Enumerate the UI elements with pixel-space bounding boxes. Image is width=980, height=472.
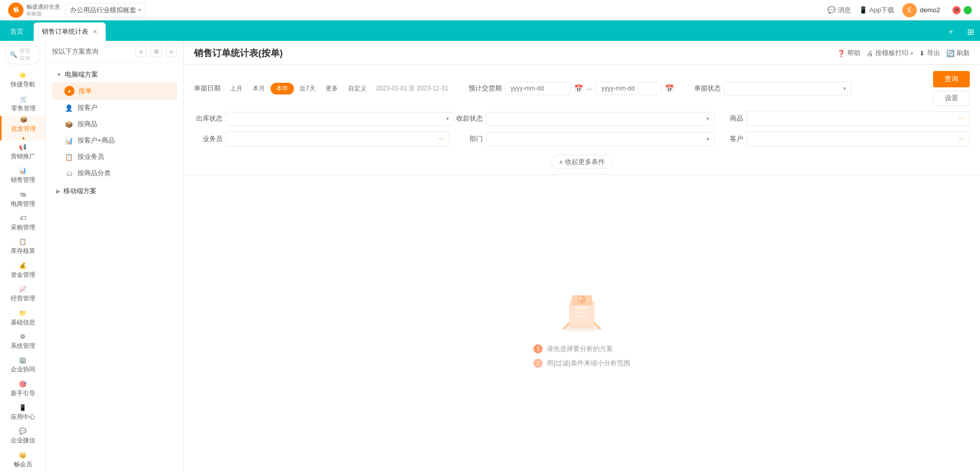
message-btn[interactable]: 💬 消息 [827,6,851,15]
goods-scheme-icon: 📦 [64,120,74,129]
collapse-filter-btn[interactable]: ∧ 收起更多条件 [551,155,612,169]
customer-label: 客户 [715,134,743,144]
sidebar-item-ecommerce[interactable]: 🛍 电商管理 [0,188,45,211]
cg-scheme-icon: 📊 [64,136,74,145]
mobile-group-header[interactable]: ▶ 移动端方案 [52,183,177,199]
date-shortcuts: 上月 本月 本年 近7天 更多 自定义 [226,83,371,95]
expected-date-label: 预计交货期 [469,84,502,93]
app-download-btn[interactable]: 📱 App下载 [859,6,894,15]
date-label: 单据日期 [194,84,220,93]
print-btn[interactable]: 🖨 按模板打印 ▾ [867,49,913,58]
add-scheme-btn[interactable]: + [135,46,146,57]
sidebar: 🔍 搜索菜单 ⭐ 快捷导航 🛒 零售管理 📦 批发管理 ▲ 📢 营销推广 📊 销… [0,41,46,472]
query-btn[interactable]: 查询 [933,71,970,87]
date-to-input[interactable] [596,82,662,95]
sidebar-item-inventory[interactable]: 📋 库存核算 [0,235,45,258]
date-custom[interactable]: 自定义 [344,83,371,95]
collapse-panel-btn[interactable]: « [166,46,177,57]
left-panel-title: 按以下方案查询 [52,47,99,56]
payment-status-label: 收款状态 [454,114,483,123]
department-select[interactable] [486,132,715,146]
settings-scheme-btn[interactable]: ⚙ [151,46,162,57]
svg-rect-5 [575,306,589,309]
tab-home[interactable]: 首页 [0,22,34,41]
logo-area: 畅 畅捷通好生意 标账版 [8,3,60,18]
system-icon: ⚙ [20,333,26,340]
sidebar-item-newbie[interactable]: 🎯 新手引导 [0,377,45,401]
date-last-7[interactable]: 近7天 [295,83,320,95]
left-panel: 按以下方案查询 + ⚙ « ▼ 电脑端方案 ● 按单 [46,41,184,472]
scheme-item-by-category[interactable]: 🗂 按商品分类 [52,165,177,181]
marketing-icon: 📢 [19,144,27,151]
settings-filter-btn[interactable]: 设置 [933,90,970,106]
date-this-year[interactable]: 本年 [271,83,294,95]
shipment-status-select[interactable] [226,112,454,126]
bill-status-label: 单据状态 [694,84,721,93]
goods-filter-input[interactable]: ··· [746,111,970,126]
svg-rect-7 [577,316,586,317]
scheme-item-by-customer-goods[interactable]: 📊 按客户+商品 [52,132,177,149]
maximize-window-btn[interactable] [964,6,972,14]
date-cal-to-icon[interactable]: 📅 [665,84,674,92]
scheme-item-by-salesman[interactable]: 📋 按业务员 [52,149,177,165]
sidebar-item-member[interactable]: 👑 畅会员 [0,449,45,472]
logo-icon: 畅 [8,3,23,18]
customer-input[interactable]: ··· [746,131,970,147]
goods-filter-label: 商品 [715,114,743,123]
sidebar-item-finance[interactable]: 💰 资金管理 [0,259,45,282]
close-window-btn[interactable]: ✕ [952,6,961,14]
quicknav-icon: ⭐ [19,72,27,79]
search-label: 搜索菜单 [19,47,36,62]
refresh-btn[interactable]: 🔄 刷新 [946,49,970,58]
date-from-input[interactable] [505,82,571,95]
desktop-group-label: 电脑端方案 [65,70,98,79]
sidebar-item-system[interactable]: ⚙ 系统管理 [0,330,45,353]
sidebar-item-operation[interactable]: 📈 经营管理 [0,282,45,306]
scheme-item-by-customer[interactable]: 👤 按客户 [52,100,177,116]
date-this-month[interactable]: 本月 [248,83,270,95]
workspace-selector[interactable]: 办公用品行业模拟账套 ▾ [65,3,145,17]
empty-state: 1 请先选择要分析的方案 2 用[过滤]条件来缩小分析范围 [184,175,980,472]
sidebar-item-retail[interactable]: 🛒 零售管理 [0,92,45,115]
bill-status-select[interactable] [724,82,851,96]
purchase-icon: 🏷 [20,215,26,222]
payment-status-select[interactable] [486,112,715,126]
sidebar-item-appstore[interactable]: 📱 应用中心 [0,401,45,424]
operation-icon: 📈 [19,286,27,293]
member-icon: 👑 [19,452,27,459]
empty-tip-1: 1 请先选择要分析的方案 [533,344,630,353]
retail-icon: 🛒 [20,96,28,103]
export-btn[interactable]: ⬇ 导出 [919,49,940,58]
salesman-input[interactable]: ··· [226,131,449,147]
tab-sales-order[interactable]: 销售订单统计表 ✕ [34,22,106,41]
desktop-scheme-group: ▼ 电脑端方案 ● 按单 👤 按客户 📦 按商品 [52,67,177,181]
sidebar-item-wechat[interactable]: 💬 企业微信 [0,424,45,448]
user-area[interactable]: E demo2 [902,3,940,17]
help-icon: ❓ [837,50,845,57]
scheme-item-by-order[interactable]: ● 按单 [52,82,177,100]
salesman-scheme-icon: 📋 [64,152,74,161]
print-dropdown-icon: ▾ [911,51,913,56]
tab-close-icon[interactable]: ✕ [92,28,97,35]
dropdown-icon: ▾ [138,7,141,13]
date-cal-from-icon[interactable]: 📅 [574,84,583,92]
date-more[interactable]: 更多 [321,83,342,95]
sidebar-item-search[interactable]: 🔍 搜索菜单 [0,41,45,68]
date-last-month[interactable]: 上月 [226,83,247,95]
download-icon: 📱 [859,6,867,14]
sidebar-item-basic[interactable]: 📁 基础信息 [0,306,45,329]
sidebar-item-quicknav[interactable]: ⭐ 快捷导航 [0,68,45,92]
expand-tabs-btn[interactable]: ⊞ [961,22,980,41]
sidebar-item-marketing[interactable]: 📢 营销推广 [0,140,45,164]
scheme-item-by-goods[interactable]: 📦 按商品 [52,116,177,132]
help-btn[interactable]: ❓ 帮助 [837,49,861,58]
desktop-group-header[interactable]: ▼ 电脑端方案 [52,67,177,82]
sidebar-item-sales[interactable]: 📊 销售管理 [0,164,45,187]
sidebar-item-enterprise[interactable]: 🏢 企业协同 [0,353,45,377]
sidebar-item-purchase[interactable]: 🏷 采购管理 [0,211,45,235]
sidebar-item-wholesale[interactable]: 📦 批发管理 ▲ [0,116,45,140]
empty-illustration [554,280,610,336]
date-range-separator: — [586,85,593,92]
empty-tips: 1 请先选择要分析的方案 2 用[过滤]条件来缩小分析范围 [533,344,630,368]
tab-new-btn[interactable]: ＋ [941,22,961,41]
